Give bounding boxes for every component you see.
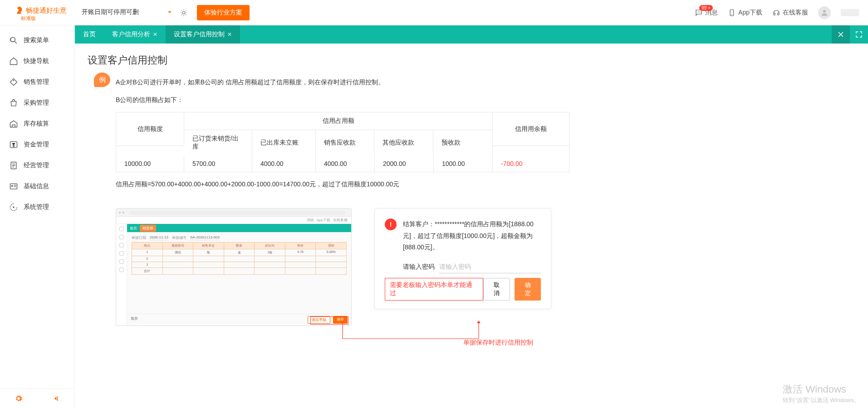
cancel-button[interactable]: 取消 xyxy=(483,278,510,301)
dialog-message: 结算客户：************的信用占用额为[1888.00元]，超过了信用… xyxy=(403,219,541,253)
dialog-note: 需要老板输入密码本单才能通过 xyxy=(385,278,483,301)
connector-line xyxy=(311,316,628,352)
mini-no-label: 单据编号 xyxy=(172,235,186,240)
mini-save-button: 保存 xyxy=(333,316,348,324)
dropdown-label-text: 开账日期可停用可删 xyxy=(82,8,139,16)
gear-icon[interactable] xyxy=(180,9,188,17)
illustration-row: 消息App下载在线客服 首页 销货单 xyxy=(116,208,849,326)
search-icon xyxy=(9,36,18,45)
main-area: 首页 客户信用分析 ✕ 设置客户信用控制 ✕ 设置客户信用控制 xyxy=(75,25,868,408)
sidebar-item-basic-info[interactable]: 基础信息 xyxy=(0,176,74,197)
sidebar-item-inventory[interactable]: 库存核算 xyxy=(0,113,74,134)
tab-close-all-button[interactable] xyxy=(832,25,850,44)
sidebar-item-label: 系统管理 xyxy=(24,203,49,211)
mini-date-label: 单据日期 xyxy=(132,235,146,240)
tab-credit-analysis[interactable]: 客户信用分析 ✕ xyxy=(104,25,166,44)
svg-point-0 xyxy=(697,11,698,12)
svg-point-11 xyxy=(11,185,13,187)
messages-badge: 99 + xyxy=(699,5,713,11)
sidebar-item-finance[interactable]: 资金管理 xyxy=(0,134,74,155)
th-col5: 预收款 xyxy=(433,130,492,155)
th-balance: 信用用余额 xyxy=(493,112,569,146)
close-icon[interactable]: ✕ xyxy=(227,31,232,38)
example-paragraph-1: A企对B公司进行开单时，如果B公司的 信用占用额超过了信用额度，则在保存时进行信… xyxy=(116,76,849,88)
sidebar-item-search[interactable]: 搜索菜单 xyxy=(0,30,74,51)
alert-icon: ! xyxy=(385,219,397,230)
tab-label: 客户信用分析 xyxy=(112,30,150,39)
td-v3: 4000.00 xyxy=(316,155,375,172)
cta-experience-button[interactable]: 体验行业方案 xyxy=(197,5,250,20)
brand-logo[interactable]: 畅捷通好生意 标准版 xyxy=(0,4,75,22)
tab-home[interactable]: 首页 xyxy=(75,25,104,44)
app-download-button[interactable]: App下载 xyxy=(728,9,762,17)
mini-date-value: 2020-11-13 xyxy=(150,235,168,240)
sidebar-item-label: 搜索菜单 xyxy=(24,36,49,44)
topbar: 畅捷通好生意 标准版 开账日期可停用可删 体验行业方案 消息 99 + App下… xyxy=(0,0,868,25)
account-period-dropdown[interactable]: 开账日期可停用可删 xyxy=(82,8,172,17)
svg-point-4 xyxy=(731,14,732,15)
sidebar-item-system[interactable]: 系统管理 xyxy=(0,197,74,218)
credit-table: 信用额度 信用占用额 已订货未销货/出库 已出库未立账 销售应收款 其他应收款 … xyxy=(116,112,569,172)
sidebar-item-purchase[interactable]: 采购管理 xyxy=(0,92,74,113)
mini-no-value: SA-20201113-003 xyxy=(190,235,220,240)
page-title: 设置客户信用控制 xyxy=(75,44,868,72)
mini-tab-home: 首页 xyxy=(130,226,137,231)
collapse-sidebar-icon[interactable] xyxy=(51,394,60,403)
user-icon xyxy=(820,9,829,17)
settings-icon[interactable] xyxy=(15,394,23,403)
svg-point-1 xyxy=(698,11,699,12)
headset-icon xyxy=(772,9,780,17)
password-input[interactable]: 请输入密码 xyxy=(439,261,541,273)
brand-name: 畅捷通好生意 xyxy=(26,6,67,15)
th-col2: 已出库未立账 xyxy=(252,130,316,155)
support-label: 在线客服 xyxy=(783,9,808,17)
sidebar-item-label: 库存核算 xyxy=(24,120,49,128)
tab-credit-control[interactable]: 设置客户信用控制 ✕ xyxy=(166,25,240,44)
cycle-icon xyxy=(9,203,18,212)
close-icon[interactable]: ✕ xyxy=(153,31,157,38)
th-col4: 其他应收款 xyxy=(374,130,433,155)
brand-mark-icon xyxy=(14,6,24,16)
td-balance: -700.00 xyxy=(493,155,569,172)
tab-label: 首页 xyxy=(83,30,96,39)
tag-icon xyxy=(9,78,18,87)
td-limit: 10000.00 xyxy=(116,155,184,172)
warehouse-icon xyxy=(9,119,18,128)
user-avatar[interactable] xyxy=(818,6,831,19)
mini-tab-sales: 销货单 xyxy=(140,225,156,232)
sidebar-item-shortcut[interactable]: 快捷导航 xyxy=(0,51,74,72)
close-icon xyxy=(838,31,844,38)
svg-point-5 xyxy=(823,10,826,13)
svg-point-7 xyxy=(13,80,15,81)
tab-fullscreen-button[interactable] xyxy=(850,25,868,44)
brand-edition: 标准版 xyxy=(21,15,36,22)
ok-button[interactable]: 确定 xyxy=(515,278,541,301)
svg-point-12 xyxy=(13,206,14,208)
user-name-placeholder[interactable] xyxy=(841,9,859,16)
document-icon xyxy=(9,161,18,170)
credit-warning-dialog: ! 结算客户：************的信用占用额为[1888.00元]，超过了… xyxy=(374,208,551,309)
sidebar-item-sales[interactable]: 销售管理 xyxy=(0,72,74,92)
illustration-screenshot: 消息App下载在线客服 首页 销货单 xyxy=(116,208,352,326)
messages-button[interactable]: 消息 99 + xyxy=(695,9,718,17)
support-button[interactable]: 在线客服 xyxy=(772,9,808,17)
sidebar-item-label: 基础信息 xyxy=(24,182,49,190)
example-badge: 例 xyxy=(94,73,110,87)
card-icon xyxy=(9,182,18,191)
password-label: 请输入密码 xyxy=(403,263,435,271)
sidebar-item-label: 快捷导航 xyxy=(24,57,49,65)
th-col1: 已订货未销货/出库 xyxy=(184,130,252,155)
sidebar-item-label: 经营管理 xyxy=(24,161,49,170)
td-v1: 5700.00 xyxy=(184,155,252,172)
th-credit-limit: 信用额度 xyxy=(116,112,184,146)
download-label: App下载 xyxy=(738,9,762,17)
home-icon xyxy=(9,57,18,66)
sidebar-item-label: 销售管理 xyxy=(24,78,49,86)
sidebar-item-operations[interactable]: 经营管理 xyxy=(0,155,74,176)
sidebar: 搜索菜单 快捷导航 销售管理 采购管理 库存核算 资金管理 xyxy=(0,25,75,408)
page-content: 设置客户信用控制 例 A企对B公司进行开单时，如果B公司的 信用占用额超过了信用… xyxy=(75,44,868,408)
bag-icon xyxy=(9,98,18,107)
topbar-actions: 消息 99 + App下载 在线客服 xyxy=(695,6,859,19)
yen-icon xyxy=(9,140,18,149)
svg-point-2 xyxy=(700,11,701,12)
